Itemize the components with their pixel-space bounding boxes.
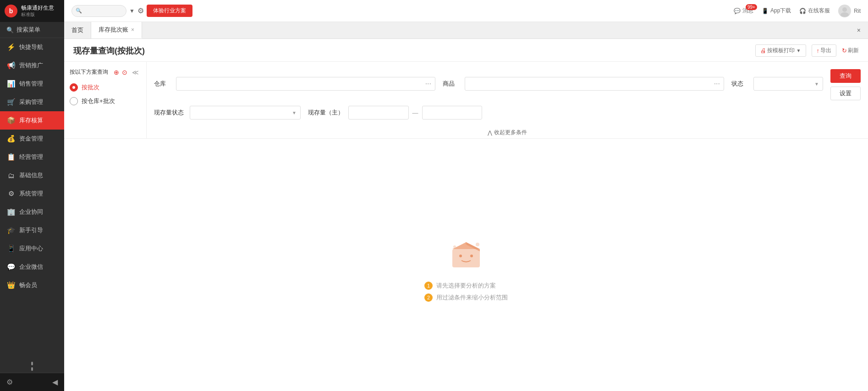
sidebar-item-label: 销售管理 [19,80,43,88]
sidebar: b 畅康通好生意 标准版 🔍 搜索菜单 ⚡ 快捷导航 📢 营销推广 📊 销售管理… [0,0,64,391]
phone-icon: 📱 [762,8,769,14]
page-title: 现存量查询(按批次) [73,45,145,56]
topbar-nav: 🔍 ▼ ⚙ 体验行业方案 [71,5,728,17]
tab-home-label: 首页 [71,26,83,34]
settings-button[interactable]: 设置 [830,87,861,100]
topbar: 🔍 ▼ ⚙ 体验行业方案 💬 消息 99+ 📱 App下载 🎧 在线客服 [64,0,868,22]
filter-settings-icon[interactable]: ⊙ [122,69,127,76]
wechat-icon: 💬 [6,262,16,272]
filter-row-2: 现存量状态 ▼ 现存量（主） — [154,106,861,119]
tab-close-icon[interactable]: × [131,27,134,33]
search-icon: 🔍 [6,27,14,33]
topbar-dropdown[interactable]: ▼ [129,8,135,14]
settings-footer-icon[interactable]: ⚙ [6,378,13,386]
svg-point-7 [470,255,473,257]
topbar-search-area: 🔍 [71,5,126,17]
svg-point-10 [453,245,456,248]
tab-home[interactable]: 首页 [64,22,91,38]
online-service-label: 在线客服 [808,7,830,15]
app-download-button[interactable]: 📱 App下载 [762,7,791,15]
empty-state: 1 请先选择要分析的方案 2 用过滤条件来缩小分析范围 [64,139,868,391]
sidebar-item-marketing[interactable]: 📢 营销推广 [0,56,64,75]
filter-option-wb-icon [70,97,78,105]
filter-sidebar: 按以下方案查询 ⊕ ⊙ ≪ 按批次 按仓库+批次 [64,62,147,138]
filter-right-btns: 查询 设置 [830,67,861,100]
product-input[interactable]: ··· [465,77,724,91]
sidebar-footer: ⚙ ◀ [0,373,64,391]
stock-status-label: 现存量状态 [154,109,186,117]
empty-tip-1: 1 请先选择要分析的方案 [424,282,508,290]
status-select[interactable]: ▼ [753,77,823,91]
enterprise-icon: 🏢 [6,207,16,217]
sidebar-item-wechat[interactable]: 💬 企业微信 [0,258,64,276]
collapse-filter-icon[interactable]: ≪ [130,69,141,76]
print-icon: 🖨 [760,47,766,54]
empty-illustration [443,228,489,274]
filter-field-stock-qty: 现存量（主） — [308,106,482,119]
empty-tip-2: 2 用过滤条件来缩小分析范围 [424,293,508,302]
trial-button[interactable]: 体验行业方案 [147,5,192,17]
sidebar-item-member[interactable]: 👑 畅会员 [0,276,64,294]
tip-text-2: 用过滤条件来缩小分析范围 [436,293,508,302]
sidebar-item-appcenter[interactable]: 📱 应用中心 [0,239,64,258]
add-filter-icon[interactable]: ⊕ [114,69,119,76]
print-button[interactable]: 🖨 按模板打印 ▼ [755,44,806,57]
stock-qty-min-input[interactable] [348,106,409,119]
sidebar-menu: ⚡ 快捷导航 📢 营销推广 📊 销售管理 🛒 采购管理 📦 库存核算 💰 资金管… [0,38,64,360]
refresh-button[interactable]: ↻ 刷新 [842,47,859,54]
sidebar-search-label: 搜索菜单 [16,26,40,34]
warehouse-dots-icon[interactable]: ··· [425,80,431,88]
sidebar-item-quicknav[interactable]: ⚡ 快捷导航 [0,38,64,56]
empty-tips: 1 请先选择要分析的方案 2 用过滤条件来缩小分析范围 [424,282,508,302]
sidebar-header: b 畅康通好生意 标准版 [0,0,64,22]
sidebar-item-sales[interactable]: 📊 销售管理 [0,75,64,93]
filter-option-warehouse-batch[interactable]: 按仓库+批次 [64,94,146,108]
sidebar-item-newguide[interactable]: 🎓 新手引导 [0,221,64,239]
filter-area: 按以下方案查询 ⊕ ⊙ ≪ 按批次 按仓库+批次 [64,62,868,139]
sidebar-item-label: 企业协同 [19,208,43,216]
sidebar-item-finance[interactable]: 💰 资金管理 [0,130,64,148]
sidebar-item-operations[interactable]: 📋 经营管理 [0,148,64,166]
sidebar-item-basic[interactable]: 🗂 基础信息 [0,166,64,185]
status-dropdown-icon: ▼ [814,81,819,87]
stock-qty-max-input[interactable] [422,106,483,119]
app-download-label: App下载 [770,7,791,15]
filter-field-stock-status: 现存量状态 ▼ [154,106,301,119]
sidebar-item-system[interactable]: ⚙ 系统管理 [0,185,64,203]
stock-qty-label: 现存量（主） [308,109,345,117]
collapse-sidebar-icon[interactable]: ◀ [52,378,58,386]
export-button[interactable]: ↑ 导出 [812,44,837,57]
sidebar-item-enterprise[interactable]: 🏢 企业协同 [0,203,64,221]
messages-button[interactable]: 💬 消息 99+ [734,7,753,15]
global-close-icon[interactable]: × [857,27,861,34]
sidebar-item-purchase[interactable]: 🛒 采购管理 [0,93,64,111]
app-name: 畅康通好生意 [21,4,54,12]
member-icon: 👑 [6,281,16,290]
svg-point-1 [841,12,849,17]
filter-option-wb-label: 按仓库+批次 [82,97,115,105]
user-menu[interactable]: Rit [838,5,861,17]
filter-option-batch[interactable]: 按批次 [64,81,146,94]
operations-icon: 📋 [6,152,16,162]
topbar-gear-icon[interactable]: ⚙ [137,6,144,15]
topbar-search-icon: 🔍 [76,8,82,14]
tab-inventory-batch[interactable]: 库存批次账 × [91,22,142,38]
online-service-button[interactable]: 🎧 在线客服 [799,7,830,15]
query-button[interactable]: 查询 [830,69,861,83]
collapse-more-label: 收起更多条件 [494,129,527,136]
sidebar-item-inventory[interactable]: 📦 库存核算 [0,111,64,130]
refresh-icon: ↻ [842,47,847,54]
marketing-icon: 📢 [6,61,16,70]
sidebar-search[interactable]: 🔍 搜索菜单 [0,22,64,38]
page-header: 现存量查询(按批次) 🖨 按模板打印 ▼ ↑ 导出 ↻ 刷新 [64,39,868,62]
dropdown-icon: ▼ [129,8,135,14]
collapse-more-button[interactable]: ⋀ 收起更多条件 [488,129,527,136]
filter-sidebar-header: 按以下方案查询 ⊕ ⊙ ≪ [64,66,146,78]
stock-status-select[interactable]: ▼ [190,106,301,119]
warehouse-input[interactable]: ··· [176,77,435,91]
sales-icon: 📊 [6,79,16,88]
sidebar-item-label: 资金管理 [19,135,43,143]
product-dots-icon[interactable]: ··· [714,80,720,88]
svg-point-0 [842,7,847,12]
newguide-icon: 🎓 [6,226,16,235]
